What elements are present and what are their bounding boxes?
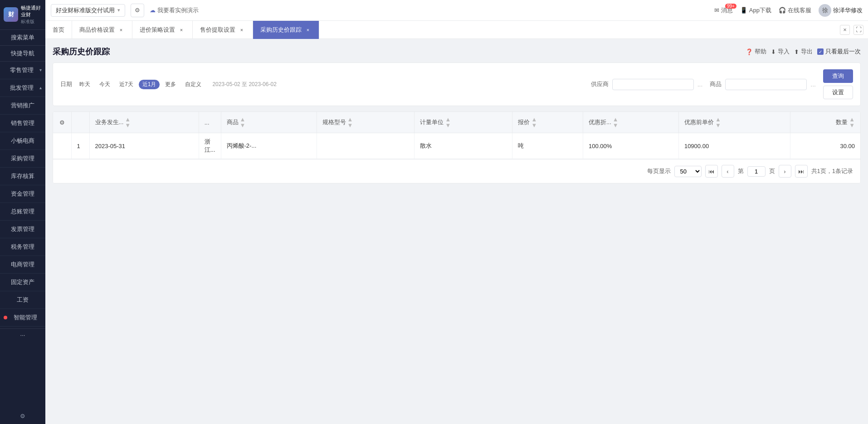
sidebar-item-salary[interactable]: 工资: [0, 291, 45, 309]
prev-page-btn[interactable]: ‹: [722, 165, 734, 178]
user-info[interactable]: 徐 徐泽华修改: [819, 4, 863, 17]
last-page-btn[interactable]: ⏭: [795, 165, 808, 178]
sidebar-item-label: 税务管理: [4, 243, 42, 251]
tab-home[interactable]: 首页: [45, 21, 72, 39]
sidebar-item-retail[interactable]: 零售管理 ▾: [0, 62, 45, 79]
table-row[interactable]: 1 2023-05-31 浙江... 丙烯酸-2-... 散水 吨 100.00…: [53, 133, 860, 159]
gear-icon: ⚙: [135, 7, 140, 14]
date-option-custom[interactable]: 自定义: [181, 80, 205, 89]
only-last-checkbox[interactable]: ✓ 只看最后一次: [817, 48, 861, 56]
col-seq: [71, 112, 89, 133]
col-discount[interactable]: 优惠折... ▲▼: [583, 112, 678, 133]
sidebar-item-invoice[interactable]: 发票管理: [0, 221, 45, 238]
notifications-btn[interactable]: ✉ 消息 99+: [714, 6, 733, 14]
supplier-dots-btn[interactable]: ...: [697, 81, 703, 88]
col-quote[interactable]: 报价 ▲▼: [512, 112, 583, 133]
filter-area: 日期 昨天 今天 近7天 近1月 更多 自定义 2023-05-02 至 202…: [53, 63, 861, 106]
tab-price[interactable]: 商品价格设置 ×: [72, 21, 132, 39]
import-icon: ⬇: [771, 48, 776, 55]
sidebar-item-purchase[interactable]: 采购管理: [0, 150, 45, 168]
tab-expand-btn[interactable]: ⛶: [853, 25, 863, 35]
tab-history-price[interactable]: 采购历史价跟踪 ×: [253, 21, 319, 39]
sidebar-item-label: 营销推广: [4, 101, 42, 110]
sidebar-item-marketing[interactable]: 营销推广: [0, 97, 45, 115]
goods-input[interactable]: [725, 79, 807, 90]
avatar: 徐: [819, 4, 831, 17]
col-settings[interactable]: ⚙: [53, 112, 71, 133]
table-header-row: ⚙ 业务发生... ▲▼ ...: [53, 112, 860, 133]
sidebar-quick-nav[interactable]: 快捷导航: [0, 46, 45, 62]
close-icon[interactable]: ×: [238, 26, 245, 34]
sidebar-nav-item-extra[interactable]: ···: [0, 328, 45, 341]
col-quantity[interactable]: 数量 ▲▼: [790, 112, 860, 133]
sidebar-item-tax[interactable]: 税务管理: [0, 238, 45, 256]
tabbar-right: × ⛶: [835, 25, 868, 35]
per-page-select[interactable]: 20 50 100: [674, 166, 702, 177]
demo-label: 我要看实例演示: [157, 6, 199, 14]
col-quantity-label: 数量: [836, 118, 848, 126]
close-icon[interactable]: ×: [304, 26, 312, 34]
supplier-input[interactable]: [612, 79, 694, 90]
app-download-btn[interactable]: 📱 App下载: [740, 6, 771, 14]
row-supplier: 浙江...: [199, 133, 221, 159]
col-pre-discount-price[interactable]: 优惠前单价 ▲▼: [678, 112, 790, 133]
goods-dots-btn[interactable]: ...: [810, 81, 816, 88]
sidebar-item-wholesale[interactable]: 批发管理 ▴: [0, 79, 45, 97]
col-unit[interactable]: 计量单位 ▲▼: [414, 112, 512, 133]
sidebar-item-smart[interactable]: 智能管理: [0, 309, 45, 327]
query-button[interactable]: 查询: [823, 69, 853, 83]
row-seq: 1: [71, 133, 89, 159]
col-spec[interactable]: 规格型号 ▲▼: [317, 112, 414, 133]
app-logo: 财 畅捷通好业财 标准版: [0, 0, 45, 30]
online-service-btn[interactable]: 🎧 在线客服: [779, 6, 811, 14]
first-page-btn[interactable]: ⏮: [705, 165, 718, 178]
date-option-1month[interactable]: 近1月: [139, 80, 160, 89]
sidebar-search[interactable]: 搜索菜单: [0, 30, 45, 46]
sidebar-item-sales[interactable]: 销售管理: [0, 115, 45, 132]
sidebar-item-label: 批发管理: [4, 84, 39, 92]
date-option-today[interactable]: 今天: [96, 80, 114, 89]
sidebar-item-ecommerce-small[interactable]: 小畅电商: [0, 132, 45, 150]
date-option-yesterday[interactable]: 昨天: [76, 80, 94, 89]
col-goods[interactable]: 商品 ▲▼: [221, 112, 317, 133]
row-spec: [317, 133, 414, 159]
sidebar-item-ecommerce[interactable]: 电商管理: [0, 256, 45, 274]
tab-strategy[interactable]: 进价策略设置 ×: [132, 21, 193, 39]
pagination: 每页显示 20 50 100 ⏮ ‹ 第 页 › ⏭ 共1页，1条记录: [53, 159, 860, 183]
help-icon: ❓: [746, 48, 753, 55]
supplier-label: 供应商: [591, 80, 609, 88]
col-dots[interactable]: ...: [199, 112, 221, 133]
sidebar-item-label: 零售管理: [4, 66, 39, 74]
sidebar-item-inventory[interactable]: 库存核算: [0, 168, 45, 185]
demo-btn[interactable]: ☁ 我要看实例演示: [150, 6, 199, 14]
export-icon: ⬆: [794, 48, 799, 55]
online-service-label: 在线客服: [788, 6, 811, 14]
sidebar-item-label: 工资: [4, 296, 42, 304]
sidebar-item-label: 固定资产: [4, 278, 42, 286]
close-icon[interactable]: ×: [178, 26, 185, 34]
tab-close-btn[interactable]: ×: [840, 25, 850, 35]
sidebar-item-ledger[interactable]: 总账管理: [0, 203, 45, 221]
sidebar-settings-btn[interactable]: ⚙: [0, 408, 45, 424]
sidebar-item-label: 智能管理: [9, 313, 42, 322]
topbar-settings-btn[interactable]: ⚙: [131, 4, 144, 17]
help-btn[interactable]: ❓ 帮助: [746, 48, 766, 56]
export-btn[interactable]: ⬆ 导出: [794, 48, 813, 56]
close-icon[interactable]: ×: [117, 26, 125, 34]
tab-label: 售价提取设置: [200, 26, 235, 34]
sidebar-item-finance[interactable]: 资金管理: [0, 185, 45, 203]
headset-icon: 🎧: [779, 7, 786, 14]
col-date[interactable]: 业务发生... ▲▼: [89, 112, 199, 133]
tab-sale-price[interactable]: 售价提取设置 ×: [193, 21, 253, 39]
page-number-input[interactable]: [747, 166, 766, 177]
chevron-down-icon: ▾: [39, 67, 42, 72]
import-btn[interactable]: ⬇ 导入: [771, 48, 790, 56]
date-options: 昨天 今天 近7天 近1月 更多 自定义: [76, 80, 205, 89]
date-option-7days[interactable]: 近7天: [116, 80, 137, 89]
settings-button[interactable]: 设置: [823, 86, 853, 99]
sort-icon: ▲▼: [531, 116, 537, 128]
version-selector[interactable]: 好业财标准版交付试用 ▾: [51, 4, 125, 17]
date-option-more[interactable]: 更多: [161, 80, 180, 89]
next-page-btn[interactable]: ›: [779, 165, 791, 178]
sidebar-item-fixed-assets[interactable]: 固定资产: [0, 274, 45, 291]
